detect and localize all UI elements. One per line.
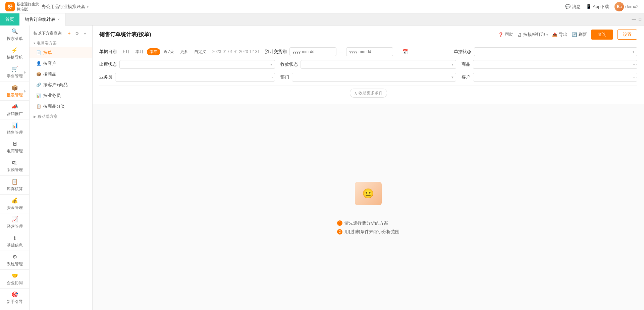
sidebar-item-inventory[interactable]: 📋 库存核算 [0,176,29,195]
scheme-group-pc: ▾ 电脑端方案 📄 按单 👤 按客户 📦 按商品 🔗 按客户+商品 [30,38,92,112]
sidebar-item-retail[interactable]: 🛒 零售管理 [0,63,29,82]
info-icon: ℹ [14,235,16,241]
chart-icon: 📊 [11,122,18,128]
sidebar-item-wholesale[interactable]: 📦 批发管理 [0,82,29,101]
sidebar-item-shortcut[interactable]: ⚡ 快捷导航 [0,44,29,63]
customer-input[interactable] [473,73,633,81]
preset-this-month[interactable]: 本月 [133,48,146,55]
app-download-button[interactable]: 📱 App下载 [586,4,609,10]
help-button[interactable]: ❓ 帮助 [498,32,514,38]
payment-select-wrapper [301,60,456,69]
salesperson-input[interactable] [115,73,270,81]
help-icon: ❓ [498,32,503,37]
preset-7days[interactable]: 近7天 [161,48,177,55]
status-select-wrapper [474,47,637,56]
query-button[interactable]: 查询 [591,30,613,40]
sidebar-item-marketing[interactable]: 📣 营销推广 [0,101,29,119]
scheme-header: 按以下方案查询 + ⚙ « [30,28,92,38]
customer-filter: 客户 ··· [462,73,637,82]
sidebar-item-ecommerce[interactable]: 🖥 电商管理 [0,138,29,157]
date-label: 单据日期 [99,49,117,55]
salesperson-label: 业务员 [99,74,112,80]
tab-home[interactable]: 首页 [0,13,19,25]
sidebar-item-enterprise[interactable]: 🤝 企业协同 [0,270,29,289]
scheme-settings-button[interactable]: ⚙ [74,30,80,36]
empty-state: 😐 1 请先选择要分析的方案 2 用[过滤]条件来缩小分析范围 [93,104,644,310]
sidebar-item-operations[interactable]: 📈 经营管理 [0,213,29,232]
scheme-item-by-category[interactable]: 📋 按商品分类 [30,101,92,112]
tab-close-icon[interactable]: × [57,17,60,22]
calendar-end-icon[interactable]: 📅 [402,49,408,54]
salesperson-ellipsis-icon[interactable]: ··· [270,74,275,80]
sidebar-item-newbie[interactable]: 🎯 新手引导 [0,289,29,307]
export-button[interactable]: 📤 导出 [552,32,568,38]
hint-num-1: 1 [337,220,342,226]
tab-sales-report[interactable]: 销售订单统计表 × [19,13,65,25]
megaphone-icon: 📣 [11,103,18,110]
sidebar: 🔍 搜索菜单 ⚡ 快捷导航 🛒 零售管理 📦 批发管理 📣 营销推广 📊 销售管… [0,25,30,310]
expected-date-end-input[interactable] [346,48,402,56]
scheme-item-by-order[interactable]: 📄 按单 [30,47,92,58]
delivery-select-wrapper [119,60,275,69]
breadcrumb-arrow: ▾ [87,4,89,9]
expected-date-label: 预计交货期 [265,49,287,55]
status-select[interactable] [474,47,637,56]
template-print-button[interactable]: 🖨 按模板打印 ▾ [518,32,548,38]
filter-row-3: 业务员 ··· 部门 [99,73,637,82]
empty-illustration: 😐 [348,178,388,212]
product-input[interactable] [473,60,633,68]
sidebar-item-system[interactable]: ⚙ 系统管理 [0,251,29,270]
settings-button[interactable]: 设置 [617,30,637,40]
scheme-item-by-product[interactable]: 📦 按商品 [30,69,92,80]
payment-filter: 收款状态 [280,60,456,69]
delivery-label: 出库状态 [99,61,117,67]
date-separator: — [339,49,343,54]
tab-maximize-icon[interactable]: □ [639,17,641,22]
scheme-bar-icon: 📊 [36,93,41,98]
sidebar-item-app-center[interactable]: 📱 应用中心 [0,307,29,310]
filter-area: 单据日期 上月 本月 本年 近7天 更多 自定义 2023-01-01 至 20… [93,43,644,104]
product-input-wrapper: ··· [473,60,637,69]
scheme-group-mobile-title[interactable]: ▶ 移动端方案 [30,112,92,121]
payment-select[interactable] [301,60,456,69]
dept-select[interactable] [292,73,456,82]
breadcrumb: 办公用品行业模拟账套 ▾ [42,4,89,10]
hint-num-2: 2 [337,229,342,235]
empty-hints: 1 请先选择要分析的方案 2 用[过滤]条件来缩小分析范围 [337,219,399,236]
scheme-collapse-button[interactable]: « [82,30,88,36]
dept-filter: 部门 [280,73,456,82]
scheme-item-by-salesperson[interactable]: 📊 按业务员 [30,90,92,101]
refresh-button[interactable]: 🔄 刷新 [572,32,587,38]
sidebar-item-sales[interactable]: 📊 销售管理 [0,119,29,138]
payment-label: 收款状态 [280,61,298,67]
sidebar-item-basic[interactable]: ℹ 基础信息 [0,232,29,251]
page-title: 销售订单统计表(按单) [99,31,151,38]
empty-hint-2: 2 用[过滤]条件来缩小分析范围 [337,227,399,236]
customer-ellipsis-icon[interactable]: ··· [633,74,637,80]
sidebar-item-finance[interactable]: 💰 资金管理 [0,195,29,213]
product-ellipsis-icon[interactable]: ··· [633,61,637,67]
expected-date-start-input[interactable] [290,48,345,56]
scheme-panel-title: 按以下方案查询 [34,31,62,36]
sidebar-item-search[interactable]: 🔍 搜索菜单 [0,25,29,44]
date-range-display: 2023-01-01 至 2023-12-31 [212,49,260,55]
preset-custom[interactable]: 自定义 [192,48,209,55]
preset-last-month[interactable]: 上月 [119,48,132,55]
tabs-right-actions: — □ [632,17,644,22]
delivery-select[interactable] [119,60,275,69]
tab-minimize-icon[interactable]: — [632,17,636,22]
scheme-add-button[interactable]: + [66,30,72,36]
scheme-item-by-cust-prod[interactable]: 🔗 按客户+商品 [30,80,92,90]
scheme-item-by-customer[interactable]: 👤 按客户 [30,58,92,69]
preset-this-year[interactable]: 本年 [147,48,160,55]
message-button[interactable]: 💬 消息 [565,4,581,10]
scheme-group-pc-title[interactable]: ▾ 电脑端方案 [30,38,92,47]
monitor-icon: 🖥 [12,141,17,147]
filter-row-1: 单据日期 上月 本月 本年 近7天 更多 自定义 2023-01-01 至 20… [99,47,637,56]
collapse-button[interactable]: ∧ 收起更多条件 [350,89,387,98]
print-arrow-icon: ▾ [546,33,548,37]
group-collapsed-icon: ▶ [34,115,36,118]
sidebar-item-purchase[interactable]: 🛍 采购管理 [0,157,29,176]
preset-more[interactable]: 更多 [177,48,191,55]
user-menu-button[interactable]: Ea demo2 [614,2,639,11]
